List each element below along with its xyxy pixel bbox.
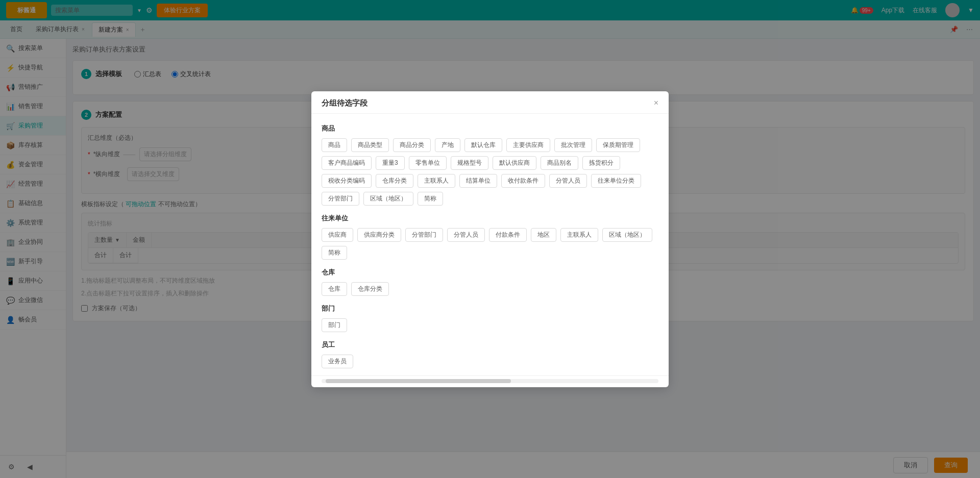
field-tag[interactable]: 商品类型 [351,138,389,152]
modal-header: 分组待选字段 × [311,91,669,114]
field-tag[interactable]: 仓库分类 [351,282,389,296]
section-goods-fields: 商品 商品类型 商品分类 产地 默认仓库 主要供应商 批次管理 保质期管理 客户… [322,138,658,206]
field-tag[interactable]: 零售单位 [409,156,447,170]
field-tag[interactable]: 收付款条件 [501,174,545,188]
section-partners-fields: 供应商 供应商分类 分管部门 分管人员 付款条件 地区 主联系人 区域（地区） … [322,228,658,260]
field-tag[interactable]: 区域（地区） [363,192,413,206]
modal-scrollbar-area [311,375,669,387]
field-tag[interactable]: 保质期管理 [596,138,640,152]
section-employee-fields: 业务员 [322,355,658,368]
field-tag[interactable]: 税收分类编码 [322,174,372,188]
field-tag[interactable]: 简称 [322,246,347,260]
section-warehouse-title: 仓库 [322,268,658,277]
section-department-title: 部门 [322,304,658,313]
field-tag[interactable]: 供应商 [322,228,353,242]
section-warehouse-fields: 仓库 仓库分类 [322,282,658,296]
field-tag[interactable]: 主联系人 [560,228,598,242]
field-tag[interactable]: 分管部门 [322,192,359,206]
field-tag[interactable]: 部门 [322,318,347,332]
field-tag[interactable]: 供应商分类 [357,228,401,242]
field-tag[interactable]: 付款条件 [489,228,527,242]
field-tag[interactable]: 拣货积分 [582,156,620,170]
field-tag[interactable]: 分管部门 [405,228,443,242]
field-tag[interactable]: 产地 [435,138,460,152]
field-tag[interactable]: 批次管理 [554,138,592,152]
field-tag[interactable]: 结算单位 [459,174,497,188]
section-department-fields: 部门 [322,318,658,332]
modal-overlay[interactable]: 分组待选字段 × 商品 商品 商品类型 商品分类 产地 默认仓库 主要供应商 批… [0,0,980,478]
field-tag[interactable]: 分管人员 [549,174,587,188]
field-tag[interactable]: 商品 [322,138,347,152]
field-tag[interactable]: 重量3 [376,156,405,170]
field-tag[interactable]: 分管人员 [447,228,485,242]
section-goods-title: 商品 [322,124,658,133]
field-tag[interactable]: 简称 [418,192,443,206]
field-tag[interactable]: 区域（地区） [602,228,652,242]
field-tag[interactable]: 默认仓库 [464,138,502,152]
field-tag[interactable]: 默认供应商 [493,156,536,170]
field-tag[interactable]: 主联系人 [418,174,455,188]
horizontal-scrollbar-track[interactable] [322,379,658,383]
field-tag[interactable]: 商品别名 [541,156,578,170]
field-tag[interactable]: 规格型号 [451,156,488,170]
field-tag[interactable]: 仓库 [322,282,347,296]
section-partners-title: 往来单位 [322,214,658,223]
field-tag[interactable]: 业务员 [322,355,353,368]
modal-body: 商品 商品 商品类型 商品分类 产地 默认仓库 主要供应商 批次管理 保质期管理… [311,114,669,375]
field-selection-modal: 分组待选字段 × 商品 商品 商品类型 商品分类 产地 默认仓库 主要供应商 批… [311,91,669,387]
modal-title: 分组待选字段 [322,98,368,108]
section-employee-title: 员工 [322,340,658,349]
field-tag[interactable]: 地区 [531,228,556,242]
modal-close-button[interactable]: × [654,98,658,108]
horizontal-scrollbar-thumb[interactable] [326,379,511,383]
field-tag[interactable]: 仓库分类 [376,174,413,188]
field-tag[interactable]: 主要供应商 [506,138,550,152]
field-tag[interactable]: 商品分类 [393,138,431,152]
field-tag[interactable]: 往来单位分类 [591,174,641,188]
field-tag[interactable]: 客户商品编码 [322,156,372,170]
